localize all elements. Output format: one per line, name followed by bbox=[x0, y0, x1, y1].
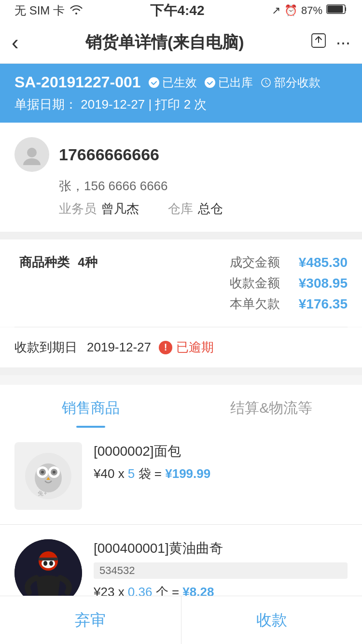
badge-shipped: 已出库 bbox=[205, 75, 253, 90]
due-label: 收款到期日 bbox=[14, 339, 77, 356]
time-display: 下午4:42 bbox=[150, 1, 204, 20]
svg-point-12 bbox=[41, 471, 44, 474]
divider-1 bbox=[0, 232, 362, 239]
salesperson-label: 业务员 bbox=[59, 200, 97, 217]
deal-amount-row: 成交金额 ¥485.30 bbox=[230, 254, 348, 271]
header-date: 单据日期： 2019-12-27 | 打印 2 次 bbox=[14, 96, 348, 113]
alarm-icon: ⏰ bbox=[284, 4, 297, 17]
divider-2 bbox=[0, 367, 362, 375]
products-section: 兔+ [0000002]面包 ¥40 x 5 袋 = ¥199.99 bbox=[0, 428, 362, 621]
tabs: 销售商品 结算&物流等 bbox=[0, 385, 362, 428]
product-info-1: [0000002]面包 ¥40 x 5 袋 = ¥199.99 bbox=[94, 442, 348, 482]
battery-label: 87% bbox=[301, 4, 322, 17]
product-qty-1: 5 bbox=[128, 466, 135, 481]
list-item: 兔+ [0000002]面包 ¥40 x 5 袋 = ¥199.99 bbox=[0, 428, 362, 524]
customer-meta: 业务员 曾凡杰 仓库 总仓 bbox=[14, 200, 348, 217]
check-icon-1 bbox=[149, 77, 159, 88]
svg-point-20 bbox=[49, 561, 53, 566]
page-title: 销货单详情(来自电脑) bbox=[85, 31, 244, 54]
header-banner: SA-20191227-001 已生效 已出库 bbox=[0, 64, 362, 123]
warehouse-value: 总仓 bbox=[198, 200, 223, 217]
debt-amount-value: ¥176.35 bbox=[290, 296, 348, 312]
svg-point-5 bbox=[23, 158, 41, 165]
tab-sales-products[interactable]: 销售商品 bbox=[0, 385, 181, 428]
due-date: 2019-12-27 bbox=[87, 340, 151, 355]
received-amount-value: ¥308.95 bbox=[290, 276, 348, 291]
status-bar: 无 SIM 卡 下午4:42 ↗ ⏰ 87% bbox=[0, 0, 362, 21]
product-image-1: 兔+ bbox=[14, 442, 82, 510]
location-icon: ↗ bbox=[272, 4, 280, 17]
status-bar-right: ↗ ⏰ 87% bbox=[272, 4, 348, 17]
badge-effective: 已生效 bbox=[149, 75, 197, 90]
overdue-icon: ! bbox=[159, 341, 172, 354]
badge-partial-payment: 部分收款 bbox=[261, 75, 320, 90]
tab-settlement-logistics[interactable]: 结算&物流等 bbox=[181, 385, 362, 428]
wifi-icon bbox=[70, 4, 83, 17]
bottom-bar: 弃审 收款 bbox=[0, 596, 362, 644]
collect-payment-button[interactable]: 收款 bbox=[181, 596, 362, 644]
warehouse-label: 仓库 bbox=[168, 200, 193, 217]
nav-bar-left: ‹ bbox=[12, 30, 19, 55]
deal-amount-value: ¥485.30 bbox=[290, 255, 348, 270]
svg-rect-21 bbox=[39, 558, 58, 560]
customer-id: 17666666666 bbox=[59, 145, 159, 164]
svg-text:兔+: 兔+ bbox=[38, 490, 47, 497]
salesperson-value: 曾凡杰 bbox=[101, 200, 139, 217]
stats-right: 成交金额 ¥485.30 收款金额 ¥308.95 本单欠款 ¥176.35 bbox=[230, 254, 348, 312]
product-types-stat: 商品种类 4种 bbox=[14, 254, 97, 271]
header-banner-top: SA-20191227-001 已生效 已出库 bbox=[14, 73, 348, 91]
customer-detail: 张，156 6666 6666 bbox=[14, 178, 348, 195]
warehouse-info: 仓库 总仓 bbox=[168, 200, 223, 217]
avatar bbox=[14, 137, 49, 172]
customer-row: 17666666666 bbox=[14, 137, 348, 172]
overdue-text: 已逾期 bbox=[176, 339, 214, 356]
back-button[interactable]: ‹ bbox=[12, 30, 19, 55]
carrier-label: 无 SIM 卡 bbox=[14, 3, 65, 18]
stats-section: 商品种类 4种 成交金额 ¥485.30 收款金额 ¥308.95 本单欠款 ¥… bbox=[0, 239, 362, 327]
product-info-2: [000400001]黄油曲奇 534532 ¥23 x 0.36 个 = ¥8… bbox=[94, 539, 348, 601]
stats-left: 商品种类 4种 bbox=[14, 254, 97, 271]
battery-icon bbox=[326, 4, 348, 17]
svg-point-4 bbox=[27, 148, 37, 157]
clock-icon bbox=[261, 77, 271, 88]
svg-rect-1 bbox=[327, 6, 343, 13]
deal-amount-label: 成交金额 bbox=[230, 254, 280, 271]
received-amount-label: 收款金额 bbox=[230, 275, 280, 292]
debt-amount-row: 本单欠款 ¥176.35 bbox=[230, 295, 348, 312]
salesperson-info: 业务员 曾凡杰 bbox=[59, 200, 139, 217]
product-total-1: ¥199.99 bbox=[165, 466, 210, 481]
product-sku-2: 534532 bbox=[94, 562, 348, 579]
product-price-1: ¥40 x 5 袋 = ¥199.99 bbox=[94, 465, 348, 482]
overdue-badge: ! 已逾期 bbox=[159, 339, 214, 356]
product-name-2: [000400001]黄油曲奇 bbox=[94, 539, 348, 558]
status-bar-left: 无 SIM 卡 bbox=[14, 3, 83, 18]
check-icon-2 bbox=[205, 77, 215, 88]
received-amount-row: 收款金额 ¥308.95 bbox=[230, 275, 348, 292]
abandon-review-button[interactable]: 弃审 bbox=[0, 596, 181, 644]
svg-point-19 bbox=[43, 561, 47, 566]
customer-section: 17666666666 张，156 6666 6666 业务员 曾凡杰 仓库 总… bbox=[0, 123, 362, 232]
order-id: SA-20191227-001 bbox=[14, 73, 141, 91]
more-button[interactable]: ··· bbox=[336, 32, 350, 53]
share-button[interactable] bbox=[311, 33, 326, 52]
nav-bar: ‹ 销货单详情(来自电脑) ··· bbox=[0, 21, 362, 64]
due-section: 收款到期日 2019-12-27 ! 已逾期 bbox=[0, 327, 362, 367]
debt-amount-label: 本单欠款 bbox=[230, 295, 280, 312]
product-name-1: [0000002]面包 bbox=[94, 442, 348, 461]
nav-bar-right: ··· bbox=[311, 32, 350, 53]
svg-point-13 bbox=[53, 471, 56, 474]
